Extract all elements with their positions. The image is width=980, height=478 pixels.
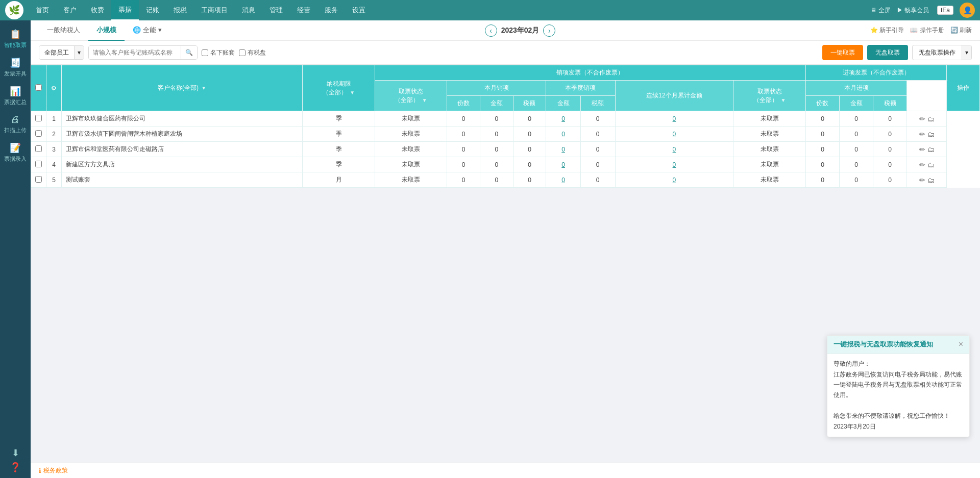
row-quarter-amt-2: 0 bbox=[546, 142, 581, 157]
row-checkbox-1[interactable] bbox=[35, 130, 42, 137]
employee-select[interactable]: 全部员工 ▾ bbox=[39, 45, 84, 60]
sidebar-item-summary[interactable]: 📊 票据汇总 bbox=[0, 82, 31, 110]
checkbox-own-accounts-input[interactable] bbox=[202, 49, 208, 56]
detail-icon-3[interactable]: 🗂 bbox=[927, 161, 935, 169]
detail-icon-4[interactable]: 🗂 bbox=[927, 176, 935, 184]
row-checkbox-2[interactable] bbox=[35, 145, 42, 152]
checkbox-own-accounts[interactable]: 名下账套 bbox=[202, 48, 235, 57]
edit-icon-3[interactable]: ✏ bbox=[919, 161, 925, 169]
nav-business[interactable]: 工商项目 bbox=[194, 0, 235, 20]
row-sale-amt-1: 0 bbox=[480, 127, 513, 142]
row-num-2: 3 bbox=[46, 142, 62, 157]
nav-manage[interactable]: 管理 bbox=[262, 0, 290, 20]
no-disk-op-dropdown[interactable]: 无盘取票操作 ▾ bbox=[912, 45, 972, 60]
refresh-btn[interactable]: 🔄 刷新 bbox=[950, 26, 972, 35]
prev-month-btn[interactable]: ‹ bbox=[485, 24, 497, 37]
help-icon[interactable]: ❓ bbox=[10, 462, 21, 473]
detail-icon-1[interactable]: 🗂 bbox=[927, 130, 935, 138]
row-num-4: 5 bbox=[46, 172, 62, 188]
nav-home[interactable]: 首页 bbox=[29, 0, 56, 20]
sidebar: 📋 智能取票 🧾 发票开具 📊 票据汇总 🖨 扫描上传 📝 票据录入 ⬇ ❓ bbox=[0, 20, 31, 478]
sidebar-bottom: ⬇ ❓ bbox=[10, 447, 21, 478]
nav-tax[interactable]: 报税 bbox=[166, 0, 194, 20]
vip-btn[interactable]: ▶ 畅享会员 bbox=[897, 6, 929, 15]
th-purchase-fetch-status: 取票状态（全部） ▼ bbox=[733, 81, 806, 111]
edit-icon-1[interactable]: ✏ bbox=[919, 130, 925, 138]
avatar[interactable]: 👤 bbox=[960, 3, 975, 18]
row-quarter-amt-link-1[interactable]: 0 bbox=[561, 131, 565, 138]
row-checkbox-3[interactable] bbox=[35, 161, 42, 167]
row-checkbox-0[interactable] bbox=[35, 115, 42, 121]
nav-operation[interactable]: 经营 bbox=[290, 0, 317, 20]
nav-ticket[interactable]: 票据 bbox=[111, 0, 139, 20]
app-logo: 🌿 bbox=[5, 1, 23, 19]
table-row: 3 卫辉市保和堂医药有限公司走磁路店 季 未取票 0 0 0 0 0 0 未取票… bbox=[31, 142, 980, 157]
edit-icon-2[interactable]: ✏ bbox=[919, 145, 925, 154]
row-checkbox-4[interactable] bbox=[35, 176, 42, 183]
row-sale-pcs-3: 0 bbox=[447, 157, 480, 172]
no-disk-fetch-btn[interactable]: 无盘取票 bbox=[867, 45, 908, 60]
row-cum-amt-link-4[interactable]: 0 bbox=[673, 177, 676, 184]
one-key-fetch-btn[interactable]: 一键取票 bbox=[822, 45, 863, 60]
row-cum-amt-link-1[interactable]: 0 bbox=[673, 131, 676, 138]
filter-icon-name[interactable]: ▼ bbox=[201, 85, 206, 91]
nav-accounting[interactable]: 记账 bbox=[139, 0, 166, 20]
nav-message[interactable]: 消息 bbox=[235, 0, 262, 20]
notification-greeting: 尊敬的用户： bbox=[834, 359, 963, 369]
tax-policy-link[interactable]: 税务政策 bbox=[43, 466, 68, 475]
row-quarter-amt-link-3[interactable]: 0 bbox=[561, 161, 565, 168]
filter-icon-purchase-status[interactable]: ▼ bbox=[780, 97, 786, 103]
row-quarter-amt-0: 0 bbox=[546, 111, 581, 127]
sidebar-item-invoice-open[interactable]: 🧾 发票开具 bbox=[0, 53, 31, 82]
row-quarter-amt-1: 0 bbox=[546, 127, 581, 142]
filter-icon-period[interactable]: ▼ bbox=[350, 90, 355, 95]
row-fetch-status-3: 未取票 bbox=[375, 157, 447, 172]
nav-fee[interactable]: 收费 bbox=[84, 0, 111, 20]
row-cum-amt-link-0[interactable]: 0 bbox=[673, 115, 676, 122]
select-all-checkbox[interactable] bbox=[35, 84, 42, 91]
row-checkbox-cell bbox=[31, 111, 46, 127]
new-guide-btn[interactable]: ⭐ 新手引导 bbox=[870, 26, 904, 35]
row-cum-amt-2: 0 bbox=[615, 142, 733, 157]
sidebar-item-entry[interactable]: 📝 票据录入 bbox=[0, 138, 31, 167]
tab-small-scale[interactable]: 小规模 bbox=[88, 20, 125, 41]
tab-all-ability[interactable]: 🌐 全能 ▾ bbox=[125, 20, 170, 41]
detail-icon-0[interactable]: 🗂 bbox=[927, 115, 935, 123]
tab-general-taxpayer[interactable]: 一般纳税人 bbox=[39, 20, 88, 41]
row-cum-amt-link-3[interactable]: 0 bbox=[673, 161, 676, 168]
th-settings: ⚙ bbox=[46, 65, 62, 111]
current-month: 2023年02月 bbox=[501, 26, 540, 35]
nav-settings[interactable]: 设置 bbox=[345, 0, 373, 20]
employee-dropdown-icon[interactable]: ▾ bbox=[74, 45, 84, 60]
search-input[interactable] bbox=[89, 45, 181, 60]
manual-btn[interactable]: 📖 操作手册 bbox=[910, 26, 944, 35]
row-purchase-pcs-2: 0 bbox=[805, 142, 839, 157]
settings-icon[interactable]: ⚙ bbox=[51, 85, 57, 92]
no-disk-op-dropdown-icon[interactable]: ▾ bbox=[962, 45, 971, 60]
next-month-btn[interactable]: › bbox=[543, 24, 555, 37]
filter-icon-sale-status[interactable]: ▼ bbox=[422, 97, 427, 103]
search-button[interactable]: 🔍 bbox=[181, 45, 197, 60]
nav-service[interactable]: 服务 bbox=[317, 0, 345, 20]
th-purchase-tax: 税额 bbox=[873, 96, 907, 111]
sidebar-item-scan[interactable]: 🖨 扫描上传 bbox=[0, 110, 31, 138]
row-cum-amt-link-2[interactable]: 0 bbox=[673, 146, 676, 153]
notification-close-btn[interactable]: × bbox=[959, 340, 963, 349]
detail-icon-2[interactable]: 🗂 bbox=[927, 145, 935, 154]
fullscreen-btn[interactable]: 🖥 全屏 bbox=[870, 6, 890, 15]
nav-customer[interactable]: 客户 bbox=[56, 0, 84, 20]
sidebar-item-smart-fetch[interactable]: 📋 智能取票 bbox=[0, 24, 31, 53]
edit-icon-0[interactable]: ✏ bbox=[919, 115, 925, 123]
row-quarter-amt-link-0[interactable]: 0 bbox=[561, 115, 565, 122]
edit-icon-4[interactable]: ✏ bbox=[919, 176, 925, 184]
row-purchase-amt-4: 0 bbox=[840, 172, 873, 188]
row-sale-pcs-4: 0 bbox=[447, 172, 480, 188]
row-checkbox-cell bbox=[31, 127, 46, 142]
checkbox-has-disk[interactable]: 有税盘 bbox=[239, 48, 266, 57]
checkbox-has-disk-input[interactable] bbox=[239, 49, 246, 56]
download-icon[interactable]: ⬇ bbox=[12, 447, 19, 459]
row-quarter-amt-link-2[interactable]: 0 bbox=[561, 146, 565, 153]
th-sale-pcs: 份数 bbox=[447, 96, 480, 111]
row-quarter-amt-link-4[interactable]: 0 bbox=[561, 177, 565, 184]
th-cum-amt: 连续12个月累计金额 bbox=[615, 81, 733, 111]
